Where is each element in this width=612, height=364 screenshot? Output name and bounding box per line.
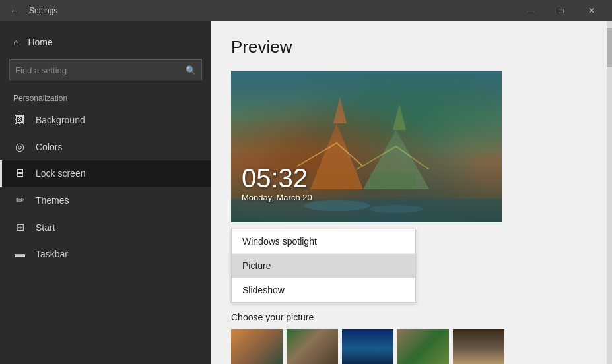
page-title: Preview bbox=[231, 37, 587, 57]
search-icon[interactable]: 🔍 bbox=[186, 65, 196, 75]
app-container: ⌂ Home 🔍 Personalization 🖼 Background ◎ … bbox=[0, 21, 612, 364]
back-button[interactable]: ← bbox=[5, 1, 24, 20]
option-label: Slideshow bbox=[242, 285, 285, 295]
sidebar-item-themes[interactable]: ✏ Themes bbox=[0, 187, 211, 214]
titlebar: ← Settings ─ □ ✕ bbox=[0, 0, 612, 21]
preview-image: 05:32 Monday, March 20 bbox=[231, 71, 502, 222]
thumbnail-strip bbox=[231, 329, 587, 364]
svg-rect-2 bbox=[317, 169, 357, 189]
sidebar-item-label: Taskbar bbox=[36, 249, 68, 259]
sidebar-item-taskbar[interactable]: ▬ Taskbar bbox=[0, 241, 211, 267]
background-type-dropdown: Windows spotlight Picture Slideshow bbox=[231, 229, 416, 303]
svg-rect-5 bbox=[370, 173, 416, 189]
minimize-button[interactable]: ─ bbox=[516, 0, 546, 21]
dropdown-option-picture[interactable]: Picture bbox=[232, 254, 415, 278]
sidebar-item-label: Background bbox=[36, 115, 85, 125]
close-icon: ✕ bbox=[588, 6, 595, 15]
option-label: Picture bbox=[242, 260, 271, 271]
lockscreen-icon: 🖥 bbox=[13, 167, 26, 179]
svg-point-7 bbox=[304, 200, 370, 211]
svg-rect-9 bbox=[231, 71, 502, 150]
dropdown-option-slideshow[interactable]: Slideshow bbox=[232, 278, 415, 302]
content-area: Preview bbox=[211, 21, 607, 364]
sidebar-item-colors[interactable]: ◎ Colors bbox=[0, 133, 211, 160]
colors-icon: ◎ bbox=[13, 140, 26, 153]
svg-point-8 bbox=[370, 205, 423, 213]
home-label: Home bbox=[28, 37, 52, 47]
minimize-icon: ─ bbox=[528, 6, 534, 15]
search-input[interactable] bbox=[15, 65, 186, 75]
themes-icon: ✏ bbox=[13, 194, 26, 206]
background-icon: 🖼 bbox=[13, 114, 26, 126]
section-label: Personalization bbox=[0, 87, 211, 107]
search-box: 🔍 bbox=[9, 59, 202, 80]
start-icon: ⊞ bbox=[13, 221, 26, 233]
preview-clock: 05:32 Monday, March 20 bbox=[242, 165, 312, 202]
svg-rect-6 bbox=[231, 199, 502, 222]
home-icon: ⌂ bbox=[13, 37, 18, 47]
thumbnail-2[interactable] bbox=[287, 329, 338, 364]
sidebar-item-label: Colors bbox=[36, 142, 62, 152]
taskbar-icon: ▬ bbox=[13, 248, 26, 260]
sidebar: ⌂ Home 🔍 Personalization 🖼 Background ◎ … bbox=[0, 21, 211, 364]
sidebar-item-home[interactable]: ⌂ Home bbox=[0, 32, 211, 53]
option-label: Windows spotlight bbox=[242, 236, 317, 247]
window-title: Settings bbox=[29, 6, 516, 15]
thumbnail-5[interactable] bbox=[453, 329, 504, 364]
maximize-icon: □ bbox=[559, 6, 563, 15]
close-button[interactable]: ✕ bbox=[576, 0, 607, 21]
thumbnail-1[interactable] bbox=[231, 329, 283, 364]
thumbnail-3[interactable] bbox=[342, 329, 393, 364]
sidebar-item-background[interactable]: 🖼 Background bbox=[0, 107, 211, 133]
thumbnail-4[interactable] bbox=[397, 329, 449, 364]
clock-date: Monday, March 20 bbox=[242, 193, 312, 202]
sidebar-item-label: Themes bbox=[36, 195, 69, 206]
sidebar-item-lockscreen[interactable]: 🖥 Lock screen bbox=[0, 160, 211, 187]
choose-picture-label: Choose your picture bbox=[231, 312, 587, 322]
back-icon: ← bbox=[10, 5, 19, 16]
sidebar-item-label: Lock screen bbox=[36, 168, 85, 179]
window-controls: ─ □ ✕ bbox=[516, 0, 607, 21]
scrollbar-thumb[interactable] bbox=[607, 28, 612, 67]
clock-time: 05:32 bbox=[242, 165, 312, 191]
scrollbar[interactable] bbox=[607, 21, 612, 364]
sidebar-item-start[interactable]: ⊞ Start bbox=[0, 214, 211, 241]
maximize-button[interactable]: □ bbox=[546, 0, 576, 21]
sidebar-item-label: Start bbox=[36, 222, 55, 233]
dropdown-option-spotlight[interactable]: Windows spotlight bbox=[232, 229, 415, 254]
